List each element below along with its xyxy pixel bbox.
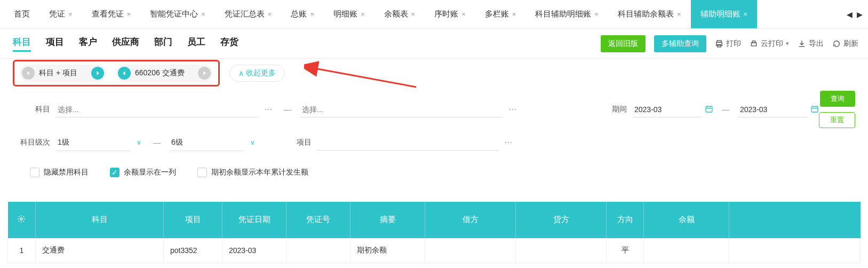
chevron-right-icon[interactable] <box>198 67 211 80</box>
export-icon <box>798 40 806 48</box>
balance-one-column-check[interactable]: ✓ 余额显示在一列 <box>110 168 176 177</box>
calendar-icon[interactable] <box>810 105 819 115</box>
subject-from-input[interactable] <box>55 102 258 117</box>
tab-nav-right-icon[interactable]: ▶ <box>857 10 863 19</box>
col-balance: 余额 <box>644 202 729 238</box>
level-label: 科目级次 <box>13 138 55 147</box>
tab-nav-left-icon[interactable]: ◀ <box>847 10 853 19</box>
svg-rect-7 <box>811 106 818 112</box>
subject-label: 科目 <box>13 105 55 114</box>
opening-ytd-check[interactable]: 期初余额显示本年累计发生额 <box>197 168 308 177</box>
cell-voucher <box>286 238 351 263</box>
hide-disabled-check[interactable]: 隐藏禁用科目 <box>30 168 89 177</box>
calendar-icon[interactable] <box>705 105 713 115</box>
close-icon[interactable]: × <box>127 10 131 18</box>
col-subject: 科目 <box>36 202 164 238</box>
level-to-select[interactable]: 6级 <box>169 135 244 151</box>
dimension-pill[interactable]: 科目 + 项目 <box>20 65 106 82</box>
close-icon[interactable]: × <box>461 10 466 18</box>
toolbar: 返回旧版 多辅助查询 打印 云打印 ▾ 导出 刷新 <box>601 35 858 52</box>
cell-credit <box>516 238 607 263</box>
back-old-button[interactable]: 返回旧版 <box>601 35 646 52</box>
chevron-right-icon[interactable] <box>91 67 104 80</box>
collapse-more-button[interactable]: ∧ 收起更多 <box>229 65 285 82</box>
cell-balance <box>644 238 729 263</box>
chevron-down-icon[interactable]: ∨ <box>133 139 145 146</box>
level-from-select[interactable]: 1级 <box>55 135 130 151</box>
tab-multi-column[interactable]: 多栏账× <box>475 0 526 28</box>
close-icon[interactable]: × <box>201 10 205 18</box>
chevron-down-icon[interactable]: ∨ <box>247 139 258 146</box>
period-from-input[interactable]: 2023-03 <box>632 102 702 117</box>
more-icon[interactable]: ⋯ <box>501 138 515 147</box>
tab-voucher-summary[interactable]: 凭证汇总表× <box>215 0 282 28</box>
checkbox-icon <box>30 168 39 177</box>
subnav-supplier[interactable]: 供应商 <box>112 36 139 52</box>
export-button[interactable]: 导出 <box>798 39 824 49</box>
tab-balance[interactable]: 余额表× <box>375 0 425 28</box>
chevron-down-icon: ▾ <box>786 40 789 47</box>
multi-aux-button[interactable]: 多辅助查询 <box>654 35 706 52</box>
tab-aux-detail[interactable]: 辅助明细账× <box>691 0 758 28</box>
close-icon[interactable]: × <box>68 10 73 18</box>
chevron-left-icon[interactable] <box>118 67 131 80</box>
tab-subject-aux-balance[interactable]: 科目辅助余额表× <box>608 0 691 28</box>
tab-smart-voucher[interactable]: 智能凭证中心× <box>140 0 215 28</box>
table-header-row: 科目 项目 凭证日期 凭证号 摘要 借方 贷方 方向 余额 <box>8 202 861 238</box>
project-input[interactable] <box>317 135 498 151</box>
subnav-customer[interactable]: 客户 <box>79 36 97 52</box>
tab-view-voucher[interactable]: 查看凭证× <box>82 0 141 28</box>
col-debit: 借方 <box>425 202 516 238</box>
close-icon[interactable]: × <box>594 10 599 18</box>
tab-bar: 首页 凭证× 查看凭证× 智能凭证中心× 凭证汇总表× 总账× 明细账× 余额表… <box>0 0 868 29</box>
svg-rect-3 <box>751 43 756 46</box>
pill-row: 科目 + 项目 660206 交通费 ∧ 收起更多 <box>0 59 868 88</box>
close-icon[interactable]: × <box>268 10 272 18</box>
tab-general-ledger[interactable]: 总账× <box>281 0 324 28</box>
print-button[interactable]: 打印 <box>715 39 741 49</box>
svg-rect-6 <box>706 106 712 112</box>
more-icon[interactable]: ⋯ <box>261 105 275 114</box>
subject-pill[interactable]: 660206 交通费 <box>116 65 213 82</box>
tab-voucher[interactable]: 凭证× <box>39 0 82 28</box>
subnav-employee[interactable]: 员工 <box>187 36 205 52</box>
close-icon[interactable]: × <box>512 10 516 18</box>
close-icon[interactable]: × <box>361 10 365 18</box>
subject-to-input[interactable] <box>300 102 503 117</box>
close-icon[interactable]: × <box>677 10 681 18</box>
subnav-subject[interactable]: 科目 <box>13 36 31 52</box>
subnav-project[interactable]: 项目 <box>46 36 64 52</box>
tab-home[interactable]: 首页 <box>4 0 39 28</box>
cell-subject: 交通费 <box>36 238 164 263</box>
chevron-up-icon: ∧ <box>238 69 244 77</box>
range-dash: — <box>278 105 297 114</box>
close-icon[interactable]: × <box>744 10 748 18</box>
subnav-department[interactable]: 部门 <box>154 36 172 52</box>
gear-icon[interactable] <box>17 216 26 225</box>
refresh-button[interactable]: 刷新 <box>832 39 858 49</box>
more-icon[interactable]: ⋯ <box>506 105 520 114</box>
reset-button[interactable]: 重置 <box>819 112 855 128</box>
cell-date: 2023-03 <box>222 238 286 263</box>
tab-nav: ◀ ▶ <box>847 0 868 28</box>
action-col: 查询 重置 <box>819 91 855 128</box>
subnav-inventory[interactable]: 存货 <box>220 36 238 52</box>
col-voucher: 凭证号 <box>286 202 351 238</box>
highlight-box: 科目 + 项目 660206 交通费 <box>13 60 220 86</box>
project-label: 项目 <box>290 138 317 147</box>
chevron-left-icon[interactable] <box>22 67 35 80</box>
close-icon[interactable]: × <box>310 10 314 18</box>
table-row[interactable]: 1 交通费 pot3352 2023-03 期初余额 平 <box>8 238 861 263</box>
cell-extra <box>729 238 861 263</box>
cloud-print-button[interactable]: 云打印 ▾ <box>750 39 789 49</box>
close-icon[interactable]: × <box>411 10 416 18</box>
cloud-print-icon <box>750 40 758 48</box>
tab-subject-aux-detail[interactable]: 科目辅助明细账× <box>525 0 608 28</box>
col-direction: 方向 <box>607 202 644 238</box>
tab-journal[interactable]: 序时账× <box>425 0 475 28</box>
check-row: 隐藏禁用科目 ✓ 余额显示在一列 期初余额显示本年累计发生额 <box>13 157 855 180</box>
period-to-input[interactable]: 2023-03 <box>738 102 807 117</box>
tab-detail-ledger[interactable]: 明细账× <box>324 0 375 28</box>
col-project: 项目 <box>164 202 222 238</box>
query-button[interactable]: 查询 <box>820 91 855 107</box>
